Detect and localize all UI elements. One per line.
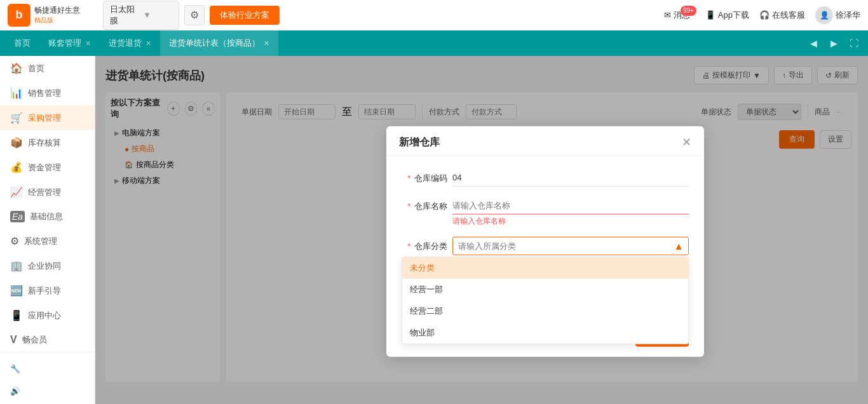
sidebar-settings-icon: 🔧 xyxy=(10,364,20,374)
home-icon: 🏠 xyxy=(10,62,23,74)
main-layout: 🏠 首页 📊 销售管理 🛒 采购管理 📦 库存核算 💰 资金管理 📈 经营管理 … xyxy=(0,56,868,404)
sidebar: 🏠 首页 📊 销售管理 🛒 采购管理 📦 库存核算 💰 资金管理 📈 经营管理 … xyxy=(0,56,95,404)
dialog-header: 新增仓库 ✕ xyxy=(386,126,704,156)
nav-right-btn[interactable]: ▶ xyxy=(825,34,843,52)
required-star-cat: * xyxy=(407,241,410,251)
required-star-code: * xyxy=(407,173,410,183)
tab-account[interactable]: 账套管理 ✕ xyxy=(39,30,100,56)
sidebar-item-member[interactable]: V 畅会员 xyxy=(0,328,95,352)
warehouse-name-row: * 仓库名称 请输入仓库名称 xyxy=(402,197,689,227)
sidebar-label-purchase: 采购管理 xyxy=(28,112,61,124)
sidebar-audio-icon: 🔊 xyxy=(10,386,20,396)
sidebar-label-basic: 基础信息 xyxy=(30,211,63,222)
user-area[interactable]: 👤 徐泽华 xyxy=(815,6,860,24)
sidebar-item-basic[interactable]: Ea 基础信息 xyxy=(0,205,95,229)
nav-fullscreen-btn[interactable]: ⛶ xyxy=(845,34,863,52)
warehouse-category-label-text: 仓库分类 xyxy=(414,241,447,251)
tab-purchase-stats[interactable]: 进货单统计表（按商品） ✕ xyxy=(160,30,278,56)
sidebar-item-apps[interactable]: 📱 应用中心 xyxy=(0,303,95,328)
new-warehouse-dialog: 新增仓库 ✕ * 仓库编码 * xyxy=(386,126,704,357)
logo-name: 畅捷通好生意 xyxy=(34,6,80,16)
store-name: 日太阳膜 xyxy=(110,4,139,27)
tab-purchase-return-label: 进货退货 xyxy=(109,37,142,49)
sidebar-item-home[interactable]: 🏠 首页 xyxy=(0,56,95,81)
warehouse-code-row: * 仓库编码 xyxy=(402,169,689,187)
operation-icon: 📈 xyxy=(10,186,23,198)
sidebar-label-operation: 经营管理 xyxy=(28,187,61,198)
warehouse-name-label: * 仓库名称 xyxy=(402,197,452,212)
tab-home[interactable]: 首页 xyxy=(5,30,39,56)
app-download-area[interactable]: 📱 App下载 xyxy=(705,10,749,21)
warehouse-code-label: * 仓库编码 xyxy=(402,169,452,184)
sidebar-settings-btn[interactable]: 🔧 xyxy=(0,358,95,380)
sidebar-item-finance[interactable]: 💰 资金管理 xyxy=(0,155,95,180)
dialog-title: 新增仓库 xyxy=(399,135,440,149)
message-icon: ✉ xyxy=(664,10,671,20)
sidebar-item-operation[interactable]: 📈 经营管理 xyxy=(0,180,95,205)
warehouse-name-label-text: 仓库名称 xyxy=(414,201,447,211)
phone-icon: 📱 xyxy=(705,10,715,20)
tab-account-close[interactable]: ✕ xyxy=(85,39,91,48)
warehouse-category-row: * 仓库分类 ▲ 未分类 经营一部 经营二部 物业部 xyxy=(402,237,689,255)
dropdown-item-dept1[interactable]: 经营一部 xyxy=(402,279,688,300)
sidebar-label-apps: 应用中心 xyxy=(28,310,61,321)
tab-purchase-return[interactable]: 进货退货 ✕ xyxy=(100,30,160,56)
user-avatar: 👤 xyxy=(815,6,833,24)
sidebar-item-system[interactable]: ⚙ 系统管理 xyxy=(0,229,95,253)
online-service-area[interactable]: 🎧 在线客服 xyxy=(759,10,805,21)
store-selector[interactable]: 日太阳膜 ▼ xyxy=(103,1,179,30)
dialog-body: * 仓库编码 * 仓库名称 请输入仓库名称 xyxy=(386,156,704,319)
tab-purchase-stats-label: 进货单统计表（按商品） xyxy=(169,37,260,49)
warehouse-category-field: ▲ 未分类 经营一部 经营二部 物业部 xyxy=(452,237,689,255)
sidebar-label-sales: 销售管理 xyxy=(28,88,61,99)
enterprise-icon: 🏢 xyxy=(10,260,23,272)
sidebar-item-sales[interactable]: 📊 销售管理 xyxy=(0,81,95,105)
logo-icon: b xyxy=(8,4,31,27)
sidebar-item-newbie[interactable]: 🆕 新手引导 xyxy=(0,278,95,303)
warehouse-category-input[interactable] xyxy=(452,237,689,255)
warehouse-category-label: * 仓库分类 xyxy=(402,237,452,252)
required-star-name: * xyxy=(407,201,410,211)
sidebar-item-inventory[interactable]: 📦 库存核算 xyxy=(0,130,95,155)
content-area: 进货单统计(按商品) 🖨 按模板打印 ▼ ↑ 导出 ↺ 刷新 xyxy=(95,56,868,404)
warehouse-code-input[interactable] xyxy=(452,169,689,187)
warehouse-name-field: 请输入仓库名称 xyxy=(452,197,689,227)
warehouse-code-field xyxy=(452,169,689,187)
member-icon: V xyxy=(10,334,17,346)
dropdown-item-property[interactable]: 物业部 xyxy=(402,322,688,344)
sidebar-audio-btn[interactable]: 🔊 xyxy=(0,380,95,402)
settings-icon-btn[interactable]: ⚙ xyxy=(184,5,205,25)
tab-home-label: 首页 xyxy=(14,37,31,49)
sidebar-label-member: 畅会员 xyxy=(22,334,47,346)
tab-purchase-stats-close[interactable]: ✕ xyxy=(264,39,269,48)
warehouse-code-label-text: 仓库编码 xyxy=(414,173,447,183)
nav-left-btn[interactable]: ◀ xyxy=(804,34,822,52)
trial-button[interactable]: 体验行业方案 xyxy=(210,6,280,25)
sidebar-item-purchase[interactable]: 🛒 采购管理 xyxy=(0,105,95,130)
sidebar-label-enterprise: 企业协同 xyxy=(28,260,61,272)
online-service-label: 在线客服 xyxy=(772,10,805,21)
inventory-icon: 📦 xyxy=(10,137,23,149)
warehouse-name-input[interactable] xyxy=(452,197,689,215)
dropdown-item-dept2[interactable]: 经营二部 xyxy=(402,300,688,322)
newbie-icon: 🆕 xyxy=(10,285,23,297)
dialog-close-btn[interactable]: ✕ xyxy=(682,135,691,149)
header-mid: 日太阳膜 ▼ ⚙ 体验行业方案 xyxy=(103,1,664,30)
category-up-icon[interactable]: ▲ xyxy=(674,240,684,252)
headset-icon: 🎧 xyxy=(759,10,770,20)
category-dropdown: 未分类 经营一部 经营二部 物业部 xyxy=(402,257,689,344)
sidebar-bottom: 🔧 🔊 xyxy=(0,352,95,404)
tab-purchase-return-close[interactable]: ✕ xyxy=(146,39,151,48)
sidebar-item-enterprise[interactable]: 🏢 企业协同 xyxy=(0,253,95,278)
warehouse-name-error: 请输入仓库名称 xyxy=(452,216,689,227)
message-area[interactable]: ✉ 消息 99+ xyxy=(664,10,690,21)
dropdown-item-unclassified[interactable]: 未分类 xyxy=(402,257,688,279)
sidebar-label-newbie: 新手引导 xyxy=(28,285,61,297)
username-label: 徐泽华 xyxy=(836,10,860,21)
finance-icon: 💰 xyxy=(10,161,23,173)
apps-icon: 📱 xyxy=(10,309,23,321)
store-dropdown-arrow: ▼ xyxy=(143,10,172,20)
nav-tabs-right: ◀ ▶ ⛶ xyxy=(804,34,863,52)
app-download-label: App下载 xyxy=(718,10,749,21)
logo-char: b xyxy=(16,8,23,22)
